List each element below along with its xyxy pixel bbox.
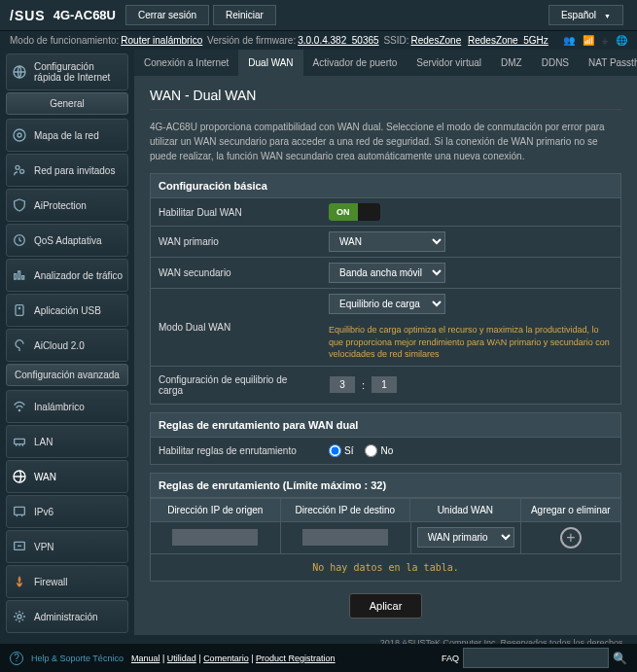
nav-label: VPN [34,542,54,552]
tab-dual-wan[interactable]: Dual WAN [238,50,302,76]
signal-icon: 📶 [583,35,594,46]
nav-icon [11,231,28,249]
ssid-label: SSID: [383,35,408,46]
primary-select[interactable]: WAN [329,231,445,252]
general-header: General [6,92,128,115]
nav-icon [11,266,28,284]
search-icon[interactable]: 🔍 [613,652,627,665]
reboot-button[interactable]: Reiniciar [213,5,276,25]
nav-icon [11,538,28,555]
balance-2[interactable] [371,375,398,394]
enable-label: Habilitar Dual WAN [151,198,321,226]
footer-link[interactable]: Comentario [203,654,249,663]
nav-wan[interactable]: WAN [6,460,128,493]
balance-label: Configuración de equilibrio de carga [151,367,321,404]
nav-label: Analizador de tráfico [34,270,123,281]
info-bar: Modo de funcionamiento: Router inalámbri… [0,31,637,50]
quick-setup[interactable]: Configuración rápida de Internet [6,53,128,90]
nav-icon [11,301,28,319]
rules-enable-label: Habilitar reglas de enrutamiento [151,438,321,464]
tab-dmz[interactable]: DMZ [491,50,532,76]
nav-inalámbrico[interactable]: Inalámbrico [6,390,128,423]
basic-header: Configuración básica [151,174,620,197]
footer: ? Help & Soporte Técnico Manual | Utilid… [0,644,637,672]
add-button[interactable]: + [560,527,582,548]
tab-conexión-a-internet[interactable]: Conexión a Internet [134,50,238,76]
tab-nat-passthrough[interactable]: NAT Passthrough [579,50,637,76]
nav-icon [11,468,28,485]
page-title: WAN - Dual WAN [150,88,621,110]
nav-label: Configuración rápida de Internet [34,61,124,83]
primary-label: WAN primario [151,227,321,257]
radio-no[interactable]: No [365,444,393,457]
svg-rect-11 [15,507,25,514]
nav-icon [11,573,28,590]
nav-red-para-invitados[interactable]: Red para invitados [6,154,128,187]
nav-label: IPv6 [34,507,53,517]
help-icon: ? [10,652,23,665]
unit-select[interactable]: WAN primario [417,527,514,548]
dest-input[interactable] [301,528,389,547]
nav-icon [11,161,28,179]
nav-vpn[interactable]: VPN [6,530,128,563]
nav-label: Aplicación USB [34,305,101,316]
logout-button[interactable]: Cerrar sesión [125,5,209,25]
nav-label: AiCloud 2.0 [34,340,85,351]
mode-link[interactable]: Router inalámbrico [121,35,202,46]
svg-point-1 [14,129,25,141]
fw-label: Versión de firmware: [207,35,296,46]
nav-aplicación-usb[interactable]: Aplicación USB [6,294,128,327]
nav-administración[interactable]: Administración [6,600,128,633]
tab-servidor-virtual[interactable]: Servidor virtual [407,50,491,76]
enable-toggle[interactable]: ON [329,203,380,221]
users-icon: 👥 [563,35,575,46]
advanced-header: Configuración avanzada [6,364,128,386]
balance-1[interactable] [329,375,356,394]
language-button[interactable]: Español [549,5,623,25]
apply-button[interactable]: Aplicar [349,593,423,619]
nav-lan[interactable]: LAN [6,425,128,458]
nav-aicloud-2.0[interactable]: AiCloud 2.0 [6,329,128,362]
tab-activador-de-puerto[interactable]: Activador de puerto [303,50,407,76]
radio-yes[interactable]: Sí [329,444,353,457]
footer-link[interactable]: Product Registration [256,654,336,663]
svg-point-13 [18,615,21,619]
mode-label: Modo Dual WAN [151,289,321,366]
footer-link[interactable]: Manual [131,654,160,663]
ssid1-link[interactable]: RedesZone [411,35,462,46]
mode-select[interactable]: Equilibrio de carga [329,294,445,314]
nav-qos-adaptativa[interactable]: QoS Adaptativa [6,224,128,257]
tabs: Conexión a InternetDual WANActivador de … [134,50,637,76]
nav-label: Mapa de la red [34,130,99,141]
nav-label: AiProtection [34,200,87,211]
nav-firewall[interactable]: Firewall [6,565,128,598]
model-name: 4G-AC68U [53,8,116,22]
svg-point-4 [20,169,24,173]
col-dest: Dirección IP de destino [281,499,411,521]
rules-header: Reglas de enrutamiento para WAN dual [151,413,620,437]
ssid2-link[interactable]: RedesZone_5GHz [468,35,549,46]
col-action: Agregar o eliminar [521,499,620,521]
nav-mapa-de-la-red[interactable]: Mapa de la red [6,119,128,152]
nav-icon [11,196,28,214]
nav-aiprotection[interactable]: AiProtection [6,189,128,222]
nav-icon [11,503,28,520]
fw-link[interactable]: 3.0.0.4.382_50365 [298,35,378,46]
svg-point-3 [16,165,19,169]
faq-input[interactable] [463,648,609,668]
svg-point-7 [18,307,19,308]
nav-label: Administración [34,612,98,622]
nav-icon [11,126,28,144]
tab-ddns[interactable]: DDNS [532,50,579,76]
svg-rect-9 [15,439,25,443]
source-input[interactable] [171,528,259,547]
svg-rect-6 [16,305,23,316]
nav-analizador-de-tráfico[interactable]: Analizador de tráfico [6,259,128,292]
footer-link[interactable]: Utilidad [167,654,196,663]
no-data: No hay datos en la tabla. [150,554,621,582]
nav-icon [11,608,28,625]
nav-label: QoS Adaptativa [34,235,102,246]
secondary-select[interactable]: Banda ancha móvil [329,263,445,283]
usb-icon: ⏚ [602,35,608,46]
nav-ipv6[interactable]: IPv6 [6,495,128,528]
